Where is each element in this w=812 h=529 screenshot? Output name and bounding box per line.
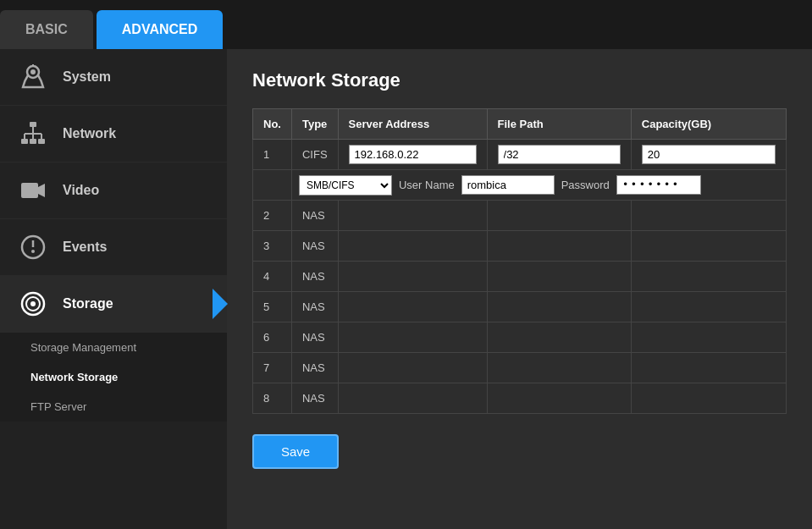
row7-server bbox=[338, 353, 487, 383]
capacity-input[interactable] bbox=[642, 145, 776, 164]
sidebar-item-storage[interactable]: Storage bbox=[0, 276, 227, 333]
table-row-6: 6 NAS bbox=[253, 322, 787, 353]
table-row-4: 4 NAS bbox=[253, 262, 787, 292]
col-header-server-address: Server Address bbox=[338, 109, 487, 140]
sidebar-label-network: Network bbox=[63, 126, 116, 141]
row3-path bbox=[487, 231, 631, 262]
table-row-3: 3 NAS bbox=[253, 231, 787, 262]
storage-submenu: Storage Management Network Storage FTP S… bbox=[0, 333, 227, 422]
row1-file-path-cell bbox=[487, 140, 631, 170]
row4-path bbox=[487, 262, 631, 292]
submenu-ftp-server[interactable]: FTP Server bbox=[17, 392, 227, 422]
row8-server bbox=[338, 383, 487, 414]
row3-no: 3 bbox=[253, 231, 292, 262]
col-header-file-path: File Path bbox=[487, 109, 631, 140]
row7-cap bbox=[631, 353, 786, 383]
row7-path bbox=[487, 353, 631, 383]
row2-server bbox=[338, 201, 487, 231]
row2-type: NAS bbox=[291, 201, 338, 231]
row5-server bbox=[338, 292, 487, 322]
table-row-7: 7 NAS bbox=[253, 353, 787, 383]
tab-basic[interactable]: BASIC bbox=[0, 10, 93, 49]
sidebar-item-video[interactable]: Video bbox=[0, 163, 227, 219]
table-header-row: No. Type Server Address File Path Capaci… bbox=[253, 109, 787, 140]
sidebar-label-storage: Storage bbox=[63, 296, 113, 311]
row6-type: NAS bbox=[291, 322, 338, 353]
submenu-storage-management[interactable]: Storage Management bbox=[17, 333, 227, 362]
main-layout: System Network bbox=[0, 49, 812, 529]
page-title: Network Storage bbox=[252, 69, 787, 91]
row5-path bbox=[487, 292, 631, 322]
network-storage-table: No. Type Server Address File Path Capaci… bbox=[252, 108, 787, 414]
table-row-1: 1 CIFS bbox=[253, 140, 787, 170]
row4-type: NAS bbox=[291, 262, 338, 292]
row3-type: NAS bbox=[291, 231, 338, 262]
password-label: Password bbox=[561, 179, 610, 191]
server-address-input[interactable] bbox=[349, 145, 477, 164]
row6-no: 6 bbox=[253, 322, 292, 353]
submenu-network-storage[interactable]: Network Storage bbox=[17, 362, 227, 392]
sidebar-label-system: System bbox=[63, 69, 111, 85]
svg-rect-5 bbox=[30, 139, 36, 144]
svg-marker-13 bbox=[38, 184, 45, 197]
row1-type: CIFS bbox=[291, 140, 338, 170]
svg-point-16 bbox=[31, 250, 35, 253]
row6-path bbox=[487, 322, 631, 353]
events-icon bbox=[17, 231, 49, 263]
row4-server bbox=[338, 262, 487, 292]
row8-no: 8 bbox=[253, 383, 292, 414]
row1-sub-inner: SMB/CIFS User Name Password bbox=[299, 175, 779, 196]
sidebar-active-arrow bbox=[213, 289, 228, 319]
row5-cap bbox=[631, 292, 786, 322]
save-button[interactable]: Save bbox=[252, 434, 339, 469]
row6-cap bbox=[631, 322, 786, 353]
row1-capacity-cell bbox=[631, 140, 786, 170]
sidebar-label-video: Video bbox=[63, 183, 99, 198]
file-path-input[interactable] bbox=[498, 145, 621, 164]
network-icon bbox=[17, 118, 49, 150]
table-row-2: 2 NAS bbox=[253, 201, 787, 231]
sidebar-label-events: Events bbox=[63, 240, 107, 255]
svg-rect-12 bbox=[21, 183, 38, 198]
row4-no: 4 bbox=[253, 262, 292, 292]
svg-rect-3 bbox=[30, 122, 36, 127]
row7-type: NAS bbox=[291, 353, 338, 383]
row8-type: NAS bbox=[291, 383, 338, 414]
svg-point-19 bbox=[30, 301, 36, 306]
table-row-5: 5 NAS bbox=[253, 292, 787, 322]
password-input[interactable] bbox=[616, 175, 701, 195]
sidebar-item-events[interactable]: Events bbox=[0, 219, 227, 276]
row1-no: 1 bbox=[253, 140, 292, 170]
row3-cap bbox=[631, 231, 786, 262]
row8-cap bbox=[631, 383, 786, 414]
row1-sub-empty bbox=[253, 170, 292, 201]
system-icon bbox=[17, 61, 49, 93]
tab-advanced[interactable]: ADVANCED bbox=[97, 10, 223, 49]
username-input[interactable] bbox=[461, 175, 555, 195]
sidebar-item-system[interactable]: System bbox=[0, 49, 227, 106]
sidebar: System Network bbox=[0, 49, 227, 529]
row2-path bbox=[487, 201, 631, 231]
smb-type-select[interactable]: SMB/CIFS bbox=[299, 175, 392, 196]
row3-server bbox=[338, 231, 487, 262]
svg-rect-6 bbox=[38, 139, 45, 144]
video-icon bbox=[17, 174, 49, 207]
username-label: User Name bbox=[399, 179, 455, 191]
storage-icon bbox=[17, 288, 49, 320]
col-header-capacity: Capacity(GB) bbox=[631, 109, 786, 140]
col-header-no: No. bbox=[253, 109, 292, 140]
row8-path bbox=[487, 383, 631, 414]
table-row-8: 8 NAS bbox=[253, 383, 787, 414]
table-row-1-sub: SMB/CIFS User Name Password bbox=[253, 170, 787, 201]
row2-no: 2 bbox=[253, 201, 292, 231]
row1-sub-controls: SMB/CIFS User Name Password bbox=[291, 170, 786, 201]
row7-no: 7 bbox=[253, 353, 292, 383]
row4-cap bbox=[631, 262, 786, 292]
row5-no: 5 bbox=[253, 292, 292, 322]
row2-cap bbox=[631, 201, 786, 231]
col-header-type: Type bbox=[291, 109, 338, 140]
svg-point-2 bbox=[30, 69, 36, 74]
row5-type: NAS bbox=[291, 292, 338, 322]
sidebar-item-network[interactable]: Network bbox=[0, 106, 227, 163]
top-tab-bar: BASIC ADVANCED bbox=[0, 0, 812, 49]
